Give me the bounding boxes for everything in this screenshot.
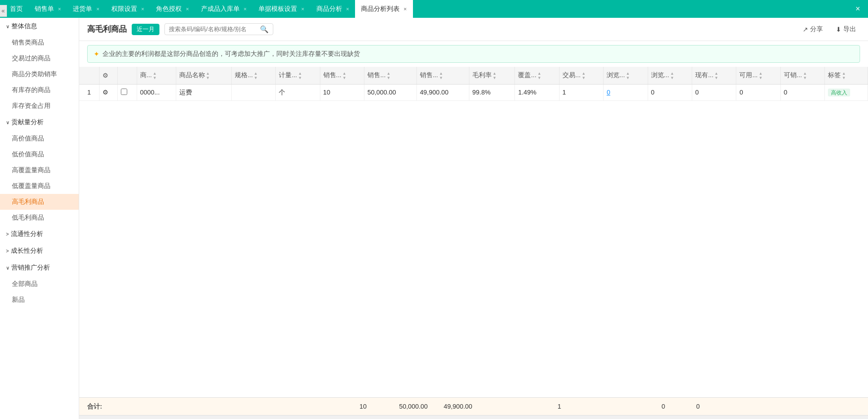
col-header-browse1[interactable]: 浏览...▲▼	[604, 67, 648, 84]
col-header-transaction[interactable]: 交易...▲▼	[559, 67, 603, 84]
nav-close-icon[interactable]: ×	[346, 6, 349, 12]
sort-icon-transaction[interactable]: ▲▼	[582, 71, 586, 80]
nav-close-icon[interactable]: ×	[186, 6, 189, 12]
footer-cell	[485, 403, 520, 410]
nav-item-商品分析[interactable]: 商品分析×	[310, 0, 355, 18]
sort-icon-unit[interactable]: ▲▼	[298, 71, 302, 80]
nav-close-icon[interactable]: ×	[141, 6, 144, 12]
sidebar-group-2[interactable]: >流通性分析	[0, 226, 79, 242]
col-header-saleQty[interactable]: 销售...▲▼	[320, 67, 364, 84]
sidebar-group-label: 流通性分析	[11, 230, 43, 238]
share-button[interactable]: ↗ 分享	[799, 23, 827, 36]
footer-cell: 0	[659, 403, 693, 410]
bottom-scrollbar[interactable]	[79, 415, 868, 419]
col-header-available[interactable]: 可用...▲▼	[736, 67, 780, 84]
col-header-grossRate[interactable]: 毛利率▲▼	[469, 67, 515, 84]
col-header-name[interactable]: 商品名称▲▼	[176, 67, 231, 84]
sort-icon-name[interactable]: ▲▼	[206, 71, 210, 80]
search-input[interactable]	[169, 26, 258, 33]
nav-close-icon[interactable]: ×	[244, 6, 247, 12]
sidebar-group-arrow: >	[6, 248, 9, 254]
sort-icon-saleQty[interactable]: ▲▼	[342, 71, 346, 80]
search-icon[interactable]: 🔍	[260, 25, 268, 33]
sidebar-item-商品分类助销率[interactable]: 商品分类助销率	[0, 66, 79, 82]
sidebar-item-交易过的商品[interactable]: 交易过的商品	[0, 50, 79, 66]
col-header-code[interactable]: 商...▲▼	[137, 67, 176, 84]
sidebar-group-arrow: ∨	[6, 120, 9, 125]
sidebar-group-0[interactable]: ∨整体信息	[0, 18, 79, 35]
nav-item-权限设置[interactable]: 权限设置×	[105, 0, 150, 18]
sidebar-item-高价值商品[interactable]: 高价值商品	[0, 131, 79, 146]
nav-item-进货单[interactable]: 进货单×	[67, 0, 105, 18]
footer-row: 合计: 1050,000.0049,900.00100	[79, 397, 868, 415]
info-icon: ✦	[94, 50, 100, 58]
sidebar-group-1[interactable]: ∨贡献量分析	[0, 114, 79, 131]
footer-cell	[173, 403, 188, 410]
sort-icon-coverage[interactable]: ▲▼	[537, 71, 541, 80]
browse1-link[interactable]: 0	[607, 89, 610, 96]
footer-cell: 49,900.00	[441, 403, 485, 410]
sidebar-item-高毛利商品[interactable]: 高毛利商品	[0, 194, 79, 210]
sort-icon-saleProfit[interactable]: ▲▼	[439, 71, 443, 80]
sidebar-item-库存资金占用[interactable]: 库存资金占用	[0, 98, 79, 114]
nav-item-首页[interactable]: 首页	[4, 0, 29, 18]
sort-icon-saleable[interactable]: ▲▼	[803, 71, 807, 80]
row-checkbox[interactable]	[121, 89, 127, 95]
sort-icon-tag[interactable]: ▲▼	[842, 71, 846, 80]
sidebar-item-新品[interactable]: 新品	[0, 292, 79, 308]
sidebar-group-label: 营销推广分析	[11, 263, 50, 272]
time-filter-button[interactable]: 近一月	[132, 24, 159, 35]
nav-item-单据模板设置[interactable]: 单据模板设置×	[253, 0, 310, 18]
sidebar-group-arrow: ∨	[6, 265, 9, 271]
sidebar-item-低毛利商品[interactable]: 低毛利商品	[0, 210, 79, 226]
sidebar-item-低价值商品[interactable]: 低价值商品	[0, 146, 79, 162]
footer-cell	[728, 403, 763, 410]
sort-icon-stock[interactable]: ▲▼	[715, 71, 718, 80]
col-header-saleable[interactable]: 可销...▲▼	[780, 67, 824, 84]
cell-transaction: 1	[559, 84, 603, 100]
nav-close-icon[interactable]: ×	[96, 6, 99, 12]
sort-icon-browse1[interactable]: ▲▼	[626, 71, 630, 80]
footer-cell: 0	[693, 403, 728, 410]
nav-item-销售单[interactable]: 销售单×	[29, 0, 67, 18]
content-header: 高毛利商品 近一月 🔍 ↗ 分享 ⬇ 导出	[79, 18, 868, 41]
col-header-coverage[interactable]: 覆盖...▲▼	[515, 67, 559, 84]
col-header-tag[interactable]: 标签▲▼	[825, 67, 868, 84]
sidebar-item-有库存的商品[interactable]: 有库存的商品	[0, 82, 79, 98]
col-header-saleAmt[interactable]: 销售...▲▼	[364, 67, 416, 84]
cell-checkbox[interactable]	[117, 84, 137, 100]
nav-item-产成品入库单[interactable]: 产成品入库单×	[195, 0, 253, 18]
col-header-spec[interactable]: 规格...▲▼	[231, 67, 275, 84]
cell-browse1: 0	[604, 84, 648, 100]
export-button[interactable]: ⬇ 导出	[832, 23, 860, 36]
sort-icon-available[interactable]: ▲▼	[759, 71, 763, 80]
sidebar-item-销售类商品[interactable]: 销售类商品	[0, 35, 79, 50]
nav-item-商品分析列表[interactable]: 商品分析列表×	[355, 0, 412, 18]
sidebar-item-高覆盖量商品[interactable]: 高覆盖量商品	[0, 162, 79, 178]
col-header-browse2[interactable]: 浏览...▲▼	[648, 67, 692, 84]
footer-cell: 1	[555, 403, 589, 410]
nav-close-icon[interactable]: ×	[58, 6, 61, 12]
footer-cell	[158, 403, 173, 410]
cell-unit: 个	[276, 84, 320, 100]
sort-icon-spec[interactable]: ▲▼	[254, 71, 258, 80]
nav-close-icon[interactable]: ×	[404, 6, 407, 12]
sort-icon-browse2[interactable]: ▲▼	[670, 71, 674, 80]
sort-icon-saleAmt[interactable]: ▲▼	[387, 71, 391, 80]
sidebar-item-低覆盖量商品[interactable]: 低覆盖量商品	[0, 178, 79, 194]
sidebar-item-全部商品[interactable]: 全部商品	[0, 276, 79, 292]
col-header-saleProfit[interactable]: 销售...▲▼	[416, 67, 469, 84]
cell-spec	[231, 84, 275, 100]
col-header-stock[interactable]: 现有...▲▼	[692, 67, 736, 84]
sort-icon-grossRate[interactable]: ▲▼	[493, 71, 497, 80]
nav-item-角色授权[interactable]: 角色授权×	[150, 0, 195, 18]
sidebar-group-4[interactable]: ∨营销推广分析	[0, 259, 79, 276]
sort-icon-code[interactable]: ▲▼	[153, 71, 157, 80]
footer-cell	[188, 403, 228, 410]
window-close-button[interactable]: ×	[852, 4, 864, 13]
col-header-unit[interactable]: 计量...▲▼	[276, 67, 320, 84]
col-header-checkbox	[117, 67, 137, 84]
cell-settings[interactable]: ⚙	[99, 84, 117, 100]
sidebar-group-3[interactable]: >成长性分析	[0, 242, 79, 259]
nav-close-icon[interactable]: ×	[301, 6, 304, 12]
